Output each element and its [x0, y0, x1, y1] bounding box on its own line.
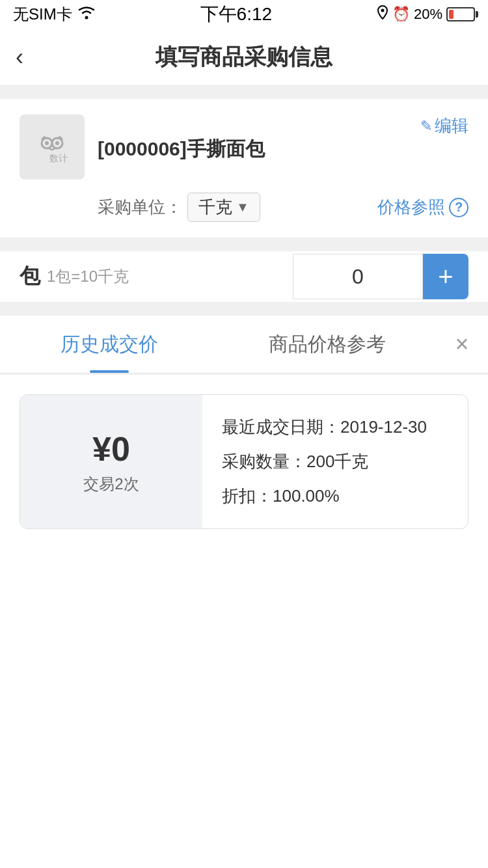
unit-label: 采购单位：	[98, 196, 182, 219]
quantity-control: +	[293, 254, 468, 299]
svg-point-1	[381, 9, 384, 12]
unit-selector-group: 采购单位： 千克 ▼	[98, 193, 260, 222]
tab-product-price[interactable]: 商品价格参考	[218, 316, 436, 373]
status-left: 无SIM卡	[13, 4, 96, 25]
product-logo-icon: 数计	[33, 125, 72, 170]
bottom-area	[0, 549, 488, 868]
edit-label: 编辑	[435, 115, 468, 137]
svg-point-4	[45, 141, 49, 145]
product-unit-row: 采购单位： 千克 ▼ 价格参照 ?	[20, 193, 468, 222]
price-detail-date: 最近成交日期：2019-12-30	[222, 414, 448, 440]
price-transactions: 交易2次	[83, 474, 139, 495]
edit-icon: ✎	[420, 118, 432, 135]
quantity-label: 包 1包=10千克	[20, 262, 129, 291]
product-left: 数计 [0000006]手撕面包	[20, 115, 265, 180]
tabs-container: 历史成交价 商品价格参考 ×	[0, 316, 488, 373]
price-detail-discount: 折扣：100.00%	[222, 483, 448, 509]
quantity-value-text: 200千克	[306, 452, 368, 471]
product-name: [0000006]手撕面包	[98, 132, 265, 163]
discount-value: 100.00%	[273, 486, 340, 506]
quantity-input[interactable]	[293, 254, 423, 299]
quantity-hint: 1包=10千克	[47, 266, 129, 287]
quantity-unit-tag: 包	[20, 262, 40, 291]
tab-history-price[interactable]: 历史成交价	[0, 316, 218, 373]
unit-select-dropdown[interactable]: 千克 ▼	[187, 193, 260, 222]
price-currency: ¥	[92, 430, 111, 468]
page-title: 填写商品采购信息	[156, 42, 332, 72]
price-amount: ¥0	[92, 429, 130, 468]
svg-text:数计: 数计	[49, 153, 68, 163]
battery-percent: 20%	[414, 6, 442, 23]
alarm-icon: ⏰	[392, 6, 410, 23]
product-thumbnail: 数计	[20, 115, 85, 180]
price-value: 0	[111, 430, 130, 468]
tab-product-label: 商品价格参考	[269, 331, 386, 358]
price-right-panel: 最近成交日期：2019-12-30 采购数量：200千克 折扣：100.00%	[202, 395, 468, 528]
price-left-panel: ¥0 交易2次	[20, 395, 202, 528]
product-card: 数计 [0000006]手撕面包 ✎ 编辑 采购单位： 千克 ▼ 价格参照 ?	[0, 99, 488, 237]
battery-icon	[446, 7, 475, 21]
edit-button[interactable]: ✎ 编辑	[420, 115, 468, 137]
status-time: 下午6:12	[200, 2, 273, 27]
quantity-label-text: 采购数量：	[222, 452, 306, 471]
svg-point-0	[85, 16, 88, 20]
help-icon: ?	[449, 198, 468, 217]
tab-active-indicator	[90, 370, 129, 373]
wifi-icon	[77, 5, 96, 23]
price-detail-quantity: 采购数量：200千克	[222, 449, 448, 474]
location-icon	[377, 5, 388, 23]
tab-history-label: 历史成交价	[61, 331, 158, 358]
price-info-card: ¥0 交易2次 最近成交日期：2019-12-30 采购数量：200千克 折扣：…	[20, 394, 468, 529]
price-ref-label: 价格参照	[377, 196, 445, 219]
status-bar: 无SIM卡 下午6:12 ⏰ 20%	[0, 0, 488, 29]
dropdown-arrow-icon: ▼	[236, 200, 249, 215]
tab-close-button[interactable]: ×	[436, 316, 488, 373]
date-value: 2019-12-30	[340, 417, 427, 437]
svg-point-5	[55, 141, 59, 145]
network-label: 无SIM卡	[13, 4, 72, 25]
price-info-section: ¥0 交易2次 最近成交日期：2019-12-30 采购数量：200千克 折扣：…	[0, 375, 488, 549]
date-label: 最近成交日期：	[222, 417, 340, 437]
product-header: 数计 [0000006]手撕面包 ✎ 编辑	[20, 115, 468, 180]
discount-label: 折扣：	[222, 486, 273, 506]
status-right: ⏰ 20%	[377, 5, 475, 23]
nav-bar: ‹ 填写商品采购信息	[0, 29, 488, 86]
quantity-section: 包 1包=10千克 +	[0, 251, 488, 303]
price-reference-button[interactable]: 价格参照 ?	[377, 196, 468, 219]
quantity-plus-button[interactable]: +	[423, 254, 468, 299]
back-button[interactable]: ‹	[16, 44, 23, 71]
unit-value: 千克	[198, 196, 232, 219]
